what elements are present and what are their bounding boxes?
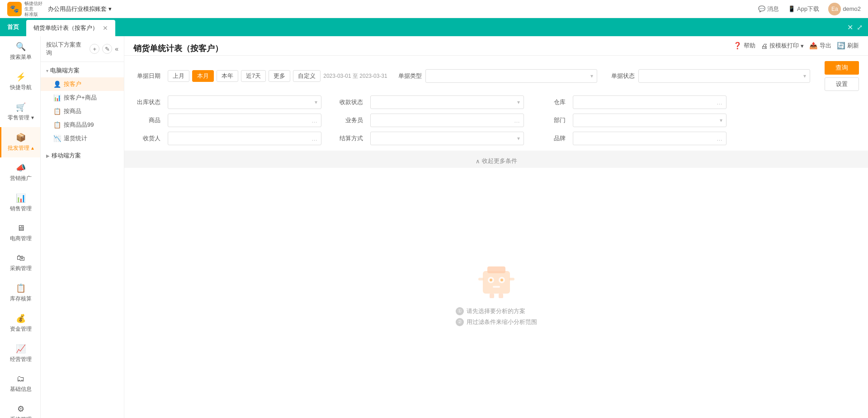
sidebar-item-purchase-mgmt[interactable]: 🛍 采购管理 (0, 248, 40, 278)
empty-tip-1: ① 请先选择要分析的方案 (456, 307, 537, 315)
out-status-select[interactable]: ▾ (168, 95, 321, 109)
scheme-panel: 按以下方案查询 + ✎ « ▾ 电脑端方案 (41, 36, 124, 418)
sidebar-item-quick-nav[interactable]: ⚡ 快捷导航 (0, 66, 40, 97)
scheme-group-desktop-label: 电脑端方案 (50, 66, 80, 75)
message-button[interactable]: 💬 消息 (758, 5, 779, 13)
scheme-item-by-goods[interactable]: 📋 按商品 (41, 104, 124, 118)
breadcrumb-selector[interactable]: 办公用品行业模拟账套 ▾ (48, 5, 112, 13)
tab-sales-stat[interactable]: 销货单统计表（按客户） ✕ (26, 20, 115, 36)
warehouse-select[interactable]: … (573, 95, 726, 109)
scheme-edit-button[interactable]: ✎ (102, 44, 112, 54)
refresh-button[interactable]: 🔄 刷新 (837, 42, 859, 50)
brand-more-icon[interactable]: … (717, 135, 722, 142)
avatar: Ea (828, 3, 841, 15)
collapse-label: 收起更多条件 (482, 157, 517, 165)
scheme-add-button[interactable]: + (90, 44, 99, 54)
tab-restore-button[interactable]: ⤢ (857, 23, 863, 32)
scheme-item-by-goods-99[interactable]: 📋 按商品品99 (41, 118, 124, 132)
sidebar-item-retail-mgmt[interactable]: 🛒 零售管理 ▾ (0, 97, 40, 127)
export-label: 导出 (820, 42, 831, 50)
empty-tip-num-1: ① (456, 307, 464, 315)
tab-close-icon[interactable]: ✕ (103, 24, 108, 32)
scheme-group-desktop-header[interactable]: ▾ 电脑端方案 (41, 64, 124, 77)
date-this-month-btn[interactable]: 本月 (192, 70, 214, 82)
settle-select[interactable]: ▾ (370, 132, 524, 145)
sidebar-item-sales-mgmt[interactable]: 📊 销售管理 (0, 188, 40, 218)
sidebar-item-inventory[interactable]: 📋 库存核算 (0, 278, 40, 308)
date-more-btn[interactable]: 更多 (269, 70, 290, 82)
scheme-group-mobile-header[interactable]: ▶ 移动端方案 (41, 149, 124, 162)
user-area[interactable]: Ea demo2 (828, 3, 861, 15)
sidebar-item-operations[interactable]: 📈 经营管理 (0, 338, 40, 369)
pay-status-select[interactable]: ▾ (370, 95, 524, 109)
page-header-actions: ❓ 帮助 🖨 按模板打印 ▾ 📤 导出 🔄 (733, 42, 859, 55)
help-icon: ❓ (733, 42, 742, 50)
goods-select[interactable]: … (168, 114, 321, 127)
finance-icon: 💰 (16, 314, 26, 323)
sidebar-item-marketing[interactable]: 📣 营销推广 (0, 157, 40, 188)
empty-state: ① 请先选择要分析的方案 ② 用过滤条件来缩小分析范围 (124, 168, 868, 418)
scheme-item-by-customer-label: 按客户 (64, 80, 81, 88)
scheme-item-by-customer[interactable]: 👤 按客户 (41, 77, 124, 91)
pay-status-label: 收款状态 (336, 98, 363, 106)
logo-icon: 🐾 (7, 2, 22, 16)
template-print-button[interactable]: 🖨 按模板打印 ▾ (761, 42, 804, 50)
query-button[interactable]: 查询 (825, 61, 859, 75)
help-button[interactable]: ❓ 帮助 (733, 42, 755, 50)
sidebar-item-wholesale-mgmt[interactable]: 📦 批发管理 ▴ (0, 127, 40, 157)
filter-row-3: 商品 … 业务员 … 部门 ▾ (133, 114, 859, 127)
sidebar-item-search-menu[interactable]: 🔍 搜索菜单 (0, 36, 40, 66)
out-status-label: 出库状态 (133, 98, 160, 106)
app-download-button[interactable]: 📱 App下载 (788, 5, 819, 13)
page-header: 销货单统计表（按客户） ❓ 帮助 🖨 按模板打印 ▾ 📤 (124, 36, 868, 56)
quick-nav-icon: ⚡ (16, 72, 26, 82)
filter-row-2: 出库状态 ▾ 收款状态 ▾ 仓库 … (133, 95, 859, 109)
sidebar-item-system-mgmt[interactable]: ⚙ 系统管理 (0, 399, 40, 418)
help-label: 帮助 (744, 42, 755, 50)
collapse-bar[interactable]: ∧ 收起更多条件 (124, 154, 868, 168)
tab-close-all-button[interactable]: ✕ (847, 23, 853, 32)
sidebar-item-retail-mgmt-label: 零售管理 ▾ (8, 114, 33, 122)
empty-tip-2: ② 用过滤条件来缩小分析范围 (456, 318, 537, 326)
sidebar-item-base-info[interactable]: 🗂 基础信息 (0, 369, 40, 399)
settings-button[interactable]: 设置 (825, 77, 859, 91)
date-label: 单据日期 (133, 72, 160, 80)
sales-mgmt-icon: 📊 (16, 193, 26, 203)
goods-more-icon[interactable]: … (311, 117, 317, 124)
top-bar-right: 💬 消息 📱 App下载 Ea demo2 (758, 3, 861, 15)
doc-type-select[interactable]: ▾ (425, 69, 597, 83)
sidebar-item-system-mgmt-label: 系统管理 (10, 416, 32, 418)
by-goods-99-icon: 📋 (53, 121, 61, 128)
settle-label: 结算方式 (336, 134, 363, 142)
brand-select[interactable]: … (573, 132, 726, 145)
ecommerce-mgmt-icon: 🖥 (17, 223, 25, 233)
staff-more-icon[interactable]: … (514, 117, 520, 124)
sidebar-item-search-menu-label: 搜索菜单 (10, 53, 32, 61)
sidebar: 🔍 搜索菜单 ⚡ 快捷导航 🛒 零售管理 ▾ 📦 批发管理 ▴ 📣 营销推广 📊 (0, 36, 41, 418)
scheme-panel-actions: + ✎ « (90, 44, 118, 54)
svg-point-4 (490, 279, 492, 281)
export-button[interactable]: 📤 导出 (809, 42, 831, 50)
scheme-item-customer-goods[interactable]: 📊 按客户+商品 (41, 91, 124, 104)
empty-tip-text-1: 请先选择要分析的方案 (467, 307, 525, 315)
svg-rect-1 (487, 266, 505, 273)
staff-select[interactable]: … (370, 114, 524, 127)
message-label: 消息 (767, 5, 779, 13)
recipient-more-icon[interactable]: … (311, 135, 317, 142)
recipient-select[interactable]: … (168, 132, 321, 145)
warehouse-more-icon[interactable]: … (717, 99, 722, 106)
sidebar-item-ecommerce-mgmt[interactable]: 🖥 电商管理 (0, 218, 40, 248)
date-last7-btn[interactable]: 近7天 (241, 70, 266, 82)
scheme-collapse-button[interactable]: « (115, 45, 118, 52)
scheme-item-return-stat[interactable]: 📉 退货统计 (41, 132, 124, 145)
sidebar-item-finance[interactable]: 💰 资金管理 (0, 308, 40, 338)
tab-home[interactable]: 首页 (0, 18, 26, 36)
sidebar-item-sales-mgmt-label: 销售管理 (10, 205, 32, 213)
doc-status-select[interactable]: ▾ (638, 69, 810, 83)
breadcrumb-text: 办公用品行业模拟账套 (48, 5, 107, 13)
date-last-month-btn[interactable]: 上月 (168, 70, 189, 82)
filter-row-4: 收货人 … 结算方式 ▾ 品牌 … (133, 132, 859, 145)
date-this-year-btn[interactable]: 本年 (217, 70, 238, 82)
date-custom-btn[interactable]: 自定义 (293, 70, 321, 82)
dept-select[interactable]: ▾ (573, 114, 726, 127)
